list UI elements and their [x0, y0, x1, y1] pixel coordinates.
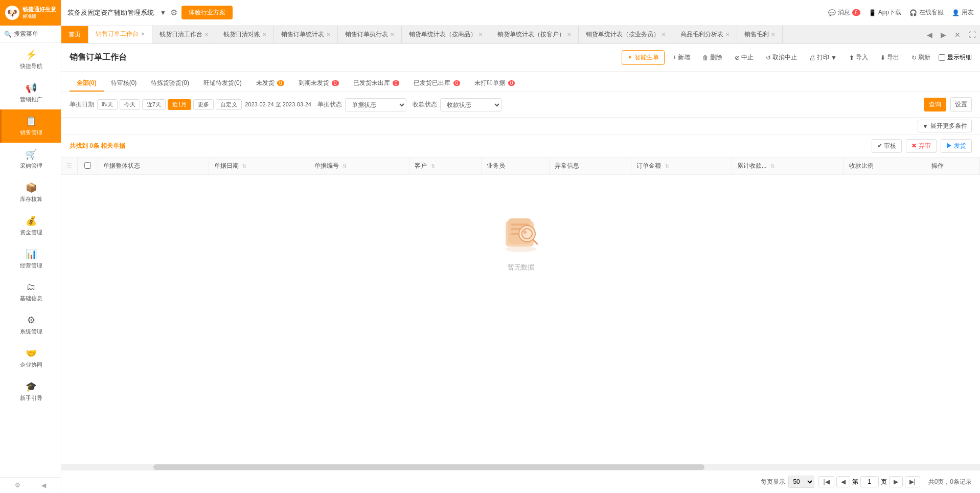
last7-btn[interactable]: 近7天	[142, 99, 166, 110]
tab-sales-workbench-close[interactable]: ✕	[141, 31, 145, 37]
tab-sales-by-customer-close[interactable]: ✕	[567, 32, 571, 37]
col-number[interactable]: 单据编号 ⇅	[309, 158, 409, 175]
industry-btn[interactable]: 体验行业方案	[181, 6, 233, 19]
prev-page-btn[interactable]: ◀	[836, 476, 850, 487]
cancel-review-btn[interactable]: ✖ 弃审	[906, 139, 936, 153]
sub-tab-pending-inspect[interactable]: 待拣货验货(0)	[144, 76, 196, 92]
status-select[interactable]: 单据状态	[345, 98, 406, 111]
smart-create-btn[interactable]: ✦ 智能生单	[622, 50, 664, 65]
filter-settings-btn[interactable]: 设置	[950, 97, 972, 112]
sidebar-item-operation[interactable]: 📊 经营管理	[0, 242, 61, 276]
tab-sales-stats-close[interactable]: ✕	[326, 32, 330, 37]
tab-sales-by-product[interactable]: 销货单统计表（按商品） ✕	[402, 26, 490, 43]
export-btn[interactable]: ⬇ 导出	[876, 51, 903, 64]
tab-sales-by-customer[interactable]: 销货单统计表（按客户） ✕	[490, 26, 579, 43]
tab-scroll-left[interactable]: ◀	[923, 29, 937, 41]
next-page-btn[interactable]: ▶	[889, 476, 903, 487]
date-filter-group: 单据日期 昨天 今天 近7天 近1月 更多 自定义 2023-02-24 至 2…	[70, 99, 311, 110]
online-service-btn[interactable]: 🎧 在线客服	[909, 8, 944, 17]
sidebar-item-guide[interactable]: 🎓 新手引导	[0, 375, 61, 408]
sidebar-item-finance[interactable]: 💰 资金管理	[0, 209, 61, 242]
today-btn[interactable]: 今天	[120, 99, 140, 110]
refresh-btn[interactable]: ↻ 刷新	[907, 51, 935, 64]
col-amount[interactable]: 订单金额 ⇅	[631, 158, 732, 175]
sub-tab-shipped-not-out[interactable]: 已发货未出库 0	[346, 76, 407, 92]
sub-tab-all[interactable]: 全部(0)	[70, 76, 104, 92]
tab-sales-exec-close[interactable]: ✕	[390, 32, 394, 37]
sub-tab-not-printed[interactable]: 未打印单据 0	[467, 76, 522, 92]
settings-footer-icon[interactable]: ⚙	[15, 482, 20, 489]
sidebar-item-basic[interactable]: 🗂 基础信息	[0, 276, 61, 308]
show-detail-checkbox-label[interactable]: 显示明细	[939, 53, 972, 62]
sidebar-item-purchase[interactable]: 🛒 采购管理	[0, 143, 61, 176]
more-date-btn[interactable]: 更多	[193, 99, 214, 110]
tab-maximize[interactable]: ⛶	[965, 29, 980, 41]
sidebar-item-enterprise[interactable]: 🤝 企业协同	[0, 342, 61, 375]
tab-sales-by-staff-close[interactable]: ✕	[662, 32, 666, 37]
tab-sales-by-product-close[interactable]: ✕	[478, 32, 483, 37]
operation-icon: 📊	[26, 249, 37, 260]
tab-cash-daily-close[interactable]: ✕	[204, 32, 209, 37]
yesterday-btn[interactable]: 昨天	[97, 99, 118, 110]
col-customer[interactable]: 客户 ⇅	[409, 158, 482, 175]
sidebar-item-quick-nav[interactable]: ⚡ 快捷导航	[0, 43, 61, 76]
show-detail-checkbox[interactable]	[939, 54, 945, 61]
tab-close-all[interactable]: ✕	[950, 29, 965, 41]
sub-tab-pending-review[interactable]: 待审核(0)	[104, 76, 144, 92]
tab-cash-daily[interactable]: 钱货日清工作台 ✕	[152, 26, 216, 43]
per-page-select[interactable]: 10 20 50 100	[788, 476, 814, 488]
tab-cash-reconcile[interactable]: 钱货日清对账 ✕	[216, 26, 274, 43]
sub-tab-not-shipped[interactable]: 未发货 0	[249, 76, 291, 92]
tab-sales-gross-close[interactable]: ✕	[771, 32, 775, 37]
system-dropdown[interactable]: ▼	[160, 9, 166, 16]
col-collected[interactable]: 累计收款... ⇅	[732, 158, 844, 175]
last-month-btn[interactable]: 近1月	[168, 99, 191, 110]
tab-home[interactable]: 首页	[61, 26, 88, 43]
app-download-btn[interactable]: 📱 App下载	[869, 8, 901, 17]
tab-sales-exec[interactable]: 销售订单执行表 ✕	[338, 26, 402, 43]
collected-sort-icon: ⇅	[770, 163, 774, 169]
cancel-stop-btn[interactable]: ↺ 取消中止	[762, 51, 801, 64]
tab-margin-analysis-close[interactable]: ✕	[725, 32, 730, 37]
sidebar-item-system[interactable]: ⚙ 系统管理	[0, 308, 61, 342]
tab-scroll-right[interactable]: ▶	[937, 29, 950, 41]
message-btn[interactable]: 💬 消息 6	[828, 8, 860, 17]
expand-conditions-btn[interactable]: ▼ 展开更多条件	[918, 120, 972, 132]
sub-tab-shipped-out[interactable]: 已发货已出库 0	[406, 76, 467, 92]
app-download-label: App下载	[878, 8, 901, 17]
select-all-checkbox[interactable]	[84, 162, 91, 169]
tab-sales-by-product-label: 销货单统计表（按商品）	[409, 30, 476, 39]
tab-sales-by-staff[interactable]: 销货单统计表（按业务员） ✕	[579, 26, 673, 43]
import-btn[interactable]: ⬆ 导入	[845, 51, 872, 64]
horizontal-scrollbar[interactable]	[61, 464, 980, 470]
tab-sales-gross[interactable]: 销售毛利 ✕	[737, 26, 783, 43]
sidebar-item-sales[interactable]: 📋 销售管理	[0, 109, 61, 143]
col-date[interactable]: 单据日期 ⇅	[209, 158, 309, 175]
query-btn[interactable]: 查询	[924, 98, 946, 111]
sidebar-item-inventory[interactable]: 📦 库存核算	[0, 176, 61, 209]
first-page-btn[interactable]: |◀	[818, 476, 834, 487]
delete-btn[interactable]: 🗑 删除	[698, 51, 726, 64]
custom-date-btn[interactable]: 自定义	[216, 99, 242, 110]
sub-tab-overdue-not-shipped[interactable]: 到期未发货 0	[291, 76, 346, 92]
shipped-out-badge: 0	[453, 80, 461, 86]
sidebar-item-marketing[interactable]: 📢 营销推广	[0, 76, 61, 109]
print-btn[interactable]: 🖨 打印 ▼	[805, 51, 841, 64]
tab-cash-reconcile-close[interactable]: ✕	[262, 32, 266, 37]
tab-sales-workbench[interactable]: 销售订单工作台 ✕	[88, 26, 152, 43]
tab-margin-analysis[interactable]: 商品毛利分析表 ✕	[673, 26, 737, 43]
page-header: 销售订单工作台 ✦ 智能生单 + 新增 🗑 删除 ⊘ 中止 ↺ 取消中止 🖨	[61, 44, 980, 72]
review-btn[interactable]: ✔ 审核	[872, 139, 902, 153]
sidebar-search[interactable]: 🔍 搜索菜单	[0, 26, 61, 43]
page-input[interactable]	[860, 476, 879, 487]
add-btn[interactable]: + 新增	[669, 51, 694, 64]
sub-tab-wangpu-deliver[interactable]: 旺铺待发货(0)	[196, 76, 249, 92]
topbar-settings-icon[interactable]: ⚙	[170, 8, 177, 17]
stop-btn[interactable]: ⊘ 中止	[731, 51, 758, 64]
collapse-icon[interactable]: ◀	[41, 482, 46, 489]
payment-select[interactable]: 收款状态	[440, 98, 502, 111]
last-page-btn[interactable]: ▶|	[905, 476, 920, 487]
user-btn[interactable]: 👤 用友	[952, 8, 974, 17]
tab-sales-stats[interactable]: 销售订单统计表 ✕	[274, 26, 338, 43]
ship-btn[interactable]: ▶ 发货	[941, 139, 972, 153]
